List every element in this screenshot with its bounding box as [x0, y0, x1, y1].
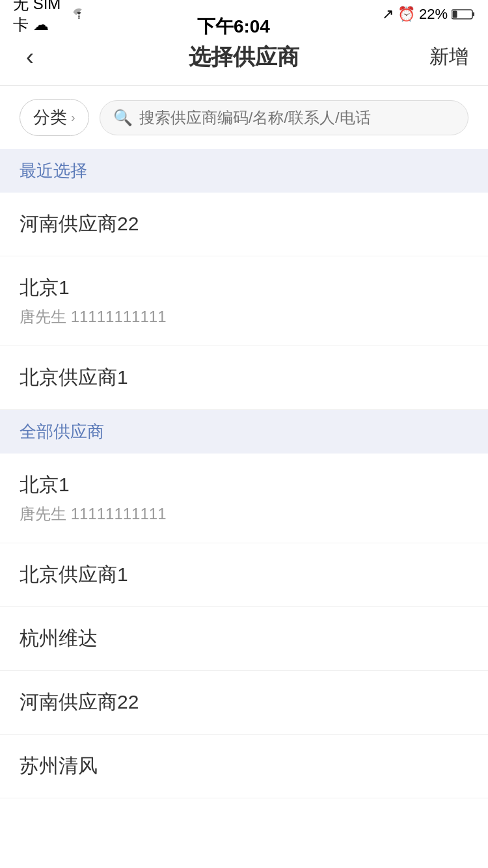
battery-text: 22% [419, 6, 448, 23]
supplier-name: 苏州清风 [20, 753, 468, 780]
recent-list: 河南供应商22北京1唐先生 11111111111北京供应商1 [0, 193, 488, 410]
all-section-label: 全部供应商 [20, 422, 104, 441]
supplier-name: 北京供应商1 [20, 364, 468, 391]
supplier-sub: 唐先生 11111111111 [20, 504, 468, 524]
wifi-icon [73, 7, 85, 21]
list-item[interactable]: 北京供应商1 [0, 346, 488, 410]
supplier-name: 杭州维达 [20, 625, 468, 652]
recent-section-header: 最近选择 [0, 149, 488, 193]
filter-bar: 分类 › 🔍 [0, 86, 488, 149]
status-right: ↗ ⏰ 22% [382, 6, 475, 23]
list-item[interactable]: 杭州维达 [0, 607, 488, 671]
supplier-name: 河南供应商22 [20, 211, 468, 237]
recent-section-label: 最近选择 [20, 161, 87, 180]
supplier-name: 北京1 [20, 472, 468, 498]
status-bar: 无 SIM 卡 ☁ 下午6:04 ↗ ⏰ 22% [0, 0, 488, 29]
supplier-name: 北京1 [20, 275, 468, 301]
svg-rect-3 [453, 11, 457, 18]
list-item[interactable]: 北京1唐先生 11111111111 [0, 256, 488, 346]
supplier-name: 河南供应商22 [20, 689, 468, 716]
list-item[interactable]: 河南供应商22 [0, 193, 488, 256]
chevron-right-icon: › [71, 110, 75, 125]
status-left: 无 SIM 卡 ☁ [13, 0, 85, 35]
sim-label: 无 SIM 卡 ☁ [13, 0, 68, 35]
supplier-sub: 唐先生 11111111111 [20, 306, 468, 327]
alarm-icon: ⏰ [398, 6, 415, 23]
location-icon: ↗ [382, 6, 394, 23]
back-button[interactable]: ‹ [20, 37, 40, 77]
all-list: 北京1唐先生 11111111111北京供应商1杭州维达河南供应商22苏州清风 [0, 454, 488, 798]
search-input[interactable] [139, 109, 455, 127]
search-icon: 🔍 [113, 109, 133, 127]
all-section-header: 全部供应商 [0, 410, 488, 454]
category-filter[interactable]: 分类 › [20, 99, 89, 136]
supplier-name: 北京供应商1 [20, 562, 468, 588]
battery-icon [452, 8, 475, 20]
list-item[interactable]: 苏州清风 [0, 735, 488, 798]
status-time: 下午6:04 [197, 14, 270, 39]
list-item[interactable]: 河南供应商22 [0, 671, 488, 735]
search-box[interactable]: 🔍 [100, 100, 468, 135]
list-item[interactable]: 北京供应商1 [0, 543, 488, 607]
list-item[interactable]: 北京1唐先生 11111111111 [0, 454, 488, 543]
add-button[interactable]: 新增 [429, 44, 468, 70]
category-label: 分类 [33, 106, 67, 129]
svg-point-0 [78, 17, 80, 19]
page-title: 选择供应商 [189, 42, 299, 72]
svg-rect-2 [472, 12, 474, 16]
